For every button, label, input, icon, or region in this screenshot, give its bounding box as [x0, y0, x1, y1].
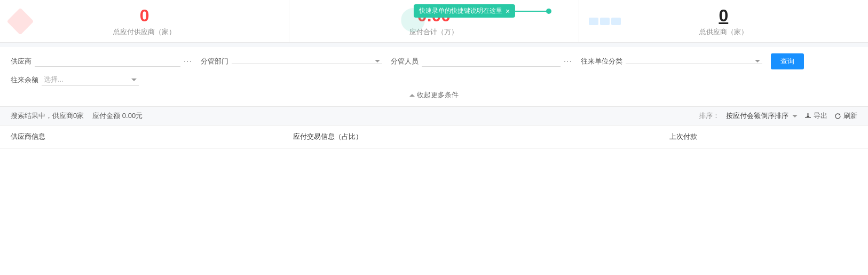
diamond-logo-icon: ★: [6, 7, 34, 35]
filter-area: 供应商 ··· 分管部门 分管人员 ··· 往来单位分类 查询: [0, 47, 868, 107]
stats-bar: ★ 0 总应付供应商（家） ⬤ 0.00 应付合计（万） 快速录单的快捷键说明在…: [0, 0, 868, 43]
col-transaction-header: 应付交易信息（占比）: [293, 132, 669, 142]
person-input[interactable]: [422, 56, 561, 67]
payable-suppliers-number: 0: [140, 5, 149, 26]
refresh-button[interactable]: 刷新: [834, 111, 857, 121]
boxes-icon: [589, 18, 621, 25]
stat-payable-total: ⬤ 0.00 应付合计（万） 快速录单的快捷键说明在这里 ×: [289, 0, 579, 42]
stat-total-payable-suppliers: ★ 0 总应付供应商（家）: [0, 0, 289, 42]
unit-category-chevron-icon: [755, 60, 760, 62]
export-icon: [804, 112, 811, 120]
department-filter-group: 分管部门: [201, 57, 382, 66]
person-dots[interactable]: ···: [564, 57, 572, 66]
collapse-label: 收起更多条件: [417, 90, 459, 100]
total-suppliers-label: 总供应商（家）: [699, 27, 748, 37]
supplier-filter-group: 供应商 ···: [11, 56, 192, 67]
supplier-input[interactable]: [35, 56, 180, 67]
export-button[interactable]: 导出: [804, 111, 827, 121]
result-bar: 搜索结果中，供应商0家 应付金额 0.00元 排序： 按应付会额倒序排序 导出: [0, 107, 868, 125]
department-label: 分管部门: [201, 57, 228, 66]
table-body: [0, 148, 868, 275]
result-actions: 排序： 按应付会额倒序排序 导出 刷新: [699, 111, 857, 121]
result-suppliers: 搜索结果中，供应商0家: [11, 111, 84, 121]
query-button[interactable]: 查询: [771, 53, 804, 69]
collapse-button[interactable]: 收起更多条件: [409, 90, 459, 100]
svg-text:★: ★: [17, 17, 24, 25]
filter-row-1: 供应商 ··· 分管部门 分管人员 ··· 往来单位分类 查询: [11, 53, 857, 69]
person-label: 分管人员: [391, 57, 419, 66]
unit-category-select[interactable]: [626, 59, 762, 64]
table-header: 供应商信息 应付交易信息（占比） 上次付款: [0, 125, 868, 148]
export-label: 导出: [814, 111, 827, 121]
collapse-arrow-icon: [409, 94, 415, 97]
department-select[interactable]: [232, 59, 382, 64]
unit-category-label: 往来单位分类: [581, 57, 622, 66]
result-summary: 搜索结果中，供应商0家 应付金额 0.00元: [11, 111, 143, 121]
person-filter-group: 分管人员 ···: [391, 56, 572, 67]
result-amount: 应付金额 0.00元: [92, 111, 143, 121]
col-supplier-header: 供应商信息: [11, 132, 293, 142]
tooltip-dot: [546, 9, 551, 14]
balance-label: 往来余额: [11, 75, 38, 85]
filter-row-2: 往来余额 选择...: [11, 74, 857, 86]
sort-select[interactable]: 按应付会额倒序排序: [726, 111, 798, 121]
department-chevron-icon: [375, 60, 380, 62]
supplier-dots[interactable]: ···: [184, 57, 192, 66]
sort-chevron-icon: [792, 115, 798, 117]
balance-filter-group: 往来余额 选择...: [11, 74, 139, 86]
balance-select[interactable]: 选择...: [42, 74, 139, 86]
stat-total-suppliers: 0 总供应商（家）: [579, 0, 868, 42]
sort-label: 排序：: [699, 111, 720, 121]
payable-suppliers-label: 总应付供应商（家）: [113, 27, 176, 37]
tooltip-text: 快速录单的快捷键说明在这里: [419, 6, 502, 15]
col-lastpay-header: 上次付款: [669, 132, 857, 142]
tooltip-close-button[interactable]: ×: [506, 7, 510, 15]
refresh-label: 刷新: [843, 111, 857, 121]
supplier-label: 供应商: [11, 57, 31, 66]
shortcut-tooltip: 快速录单的快捷键说明在这里 ×: [414, 4, 515, 18]
balance-placeholder: 选择...: [44, 75, 64, 84]
total-suppliers-number: 0: [719, 5, 728, 26]
sort-value: 按应付会额倒序排序: [726, 111, 788, 121]
balance-chevron-icon: [131, 78, 137, 81]
refresh-icon: [834, 112, 841, 120]
unit-category-filter-group: 往来单位分类: [581, 57, 762, 66]
